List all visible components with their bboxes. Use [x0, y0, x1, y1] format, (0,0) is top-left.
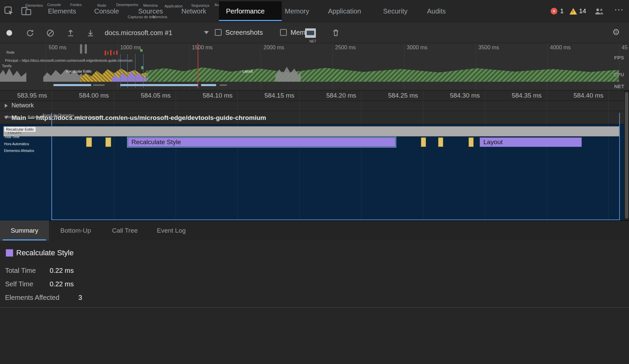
long-task-mark: [110, 50, 111, 55]
ruler-tick: 584.15 ms: [259, 92, 300, 99]
overview-rede-label: Rede: [6, 51, 15, 54]
error-count[interactable]: 1: [560, 7, 564, 15]
tab-elements[interactable]: Elements: [48, 0, 76, 22]
task-bar[interactable]: [3, 126, 619, 136]
network-track-header[interactable]: [0, 101, 629, 111]
tab-memory[interactable]: Memory: [285, 0, 309, 22]
record-button[interactable]: [6, 30, 12, 36]
summary-panel: [0, 241, 629, 307]
overview-window-handle-right[interactable]: [85, 44, 87, 54]
reload-icon[interactable]: [26, 29, 34, 37]
summary-row-label: Elements Affected: [5, 294, 59, 302]
summary-row-value: 0.22 ms: [50, 267, 74, 275]
screenshots-checkbox[interactable]: [215, 29, 222, 36]
ruler-tick: 584.40 ms: [568, 92, 609, 99]
recalculate-style-event-bar[interactable]: Recalculate Style: [128, 137, 396, 147]
tab-console[interactable]: Console: [94, 0, 119, 22]
timeline-overview[interactable]: [0, 43, 629, 90]
overview-red-marker-line: [198, 43, 198, 88]
overview-principal-label: Principal – https://docs.microsoft.com/e…: [5, 59, 132, 62]
event-color-swatch: [6, 249, 13, 257]
people-icon[interactable]: [594, 7, 605, 16]
inspect-element-icon[interactable]: [4, 6, 14, 16]
overview-tick: 4000 ms: [550, 45, 571, 51]
tab-network[interactable]: Network: [181, 0, 206, 22]
summary-row-value: 3: [78, 294, 82, 302]
overview-tick: 1500 ms: [192, 45, 212, 51]
screenshots-label[interactable]: Screenshots: [225, 29, 263, 36]
profile-select-value[interactable]: docs.microsoft.com #1: [105, 29, 172, 37]
ruler-tick: 584.10 ms: [197, 92, 238, 99]
overview-tick: 3500 ms: [478, 45, 499, 51]
tab-application[interactable]: Application: [328, 0, 361, 22]
device-toolbar-icon[interactable]: [21, 7, 32, 16]
overview-green-mark: [140, 49, 143, 52]
clear-icon[interactable]: [46, 29, 55, 37]
tab-sources[interactable]: Sources: [138, 0, 163, 22]
more-options-icon[interactable]: ⋯: [614, 4, 624, 15]
long-task-mark: [105, 51, 106, 55]
tab-pt-application: Application: [165, 4, 183, 8]
summary-row-label: Self Time: [5, 280, 33, 288]
overview-cpu-label: CPU: [613, 72, 624, 77]
flame-selection-right[interactable]: [619, 113, 620, 220]
flame-gridline: [114, 90, 114, 220]
settings-gear-icon[interactable]: ⚙: [612, 27, 620, 37]
network-expand-arrow-icon[interactable]: [5, 104, 8, 108]
flame-gridline: [608, 90, 609, 220]
tab-security[interactable]: Security: [383, 0, 407, 22]
overview-grid: [261, 43, 261, 90]
tab-event-log[interactable]: Event Log: [147, 220, 195, 241]
overview-tick: 2500 ms: [335, 45, 356, 51]
script-event-bar[interactable]: [469, 137, 474, 147]
overview-tick: 45: [622, 45, 628, 51]
long-task-mark: [114, 51, 115, 55]
overlay-elements-affected: Elementos Afetados: [4, 149, 34, 153]
overlay-tab-bottomup: Bottom-Up: [28, 115, 44, 119]
overlay-ui-fragment: [305, 28, 316, 38]
network-track-label[interactable]: Network: [11, 102, 34, 109]
save-profile-icon[interactable]: [86, 29, 95, 37]
overview-selection-line: [135, 54, 135, 88]
tab-call-tree[interactable]: Call Tree: [102, 220, 147, 241]
load-profile-icon[interactable]: [66, 29, 75, 37]
warning-mark-glyph: !: [572, 9, 574, 14]
flame-selection-bottom: [51, 219, 620, 220]
trash-icon[interactable]: [331, 28, 340, 37]
memory-checkbox[interactable]: [280, 29, 287, 36]
overview-selection-line: [143, 54, 144, 88]
profile-dropdown-caret-icon[interactable]: [204, 31, 209, 34]
tab-performance[interactable]: Performance: [226, 0, 265, 22]
network-mini-bar: [120, 84, 198, 86]
overview-net-label: NET: [614, 83, 624, 89]
overlay-tab-eventlog: Log de Eventos: [77, 115, 101, 119]
network-mini-bar: [201, 84, 216, 86]
layout-event-bar[interactable]: Layout: [480, 137, 582, 147]
script-event-bar[interactable]: [421, 137, 426, 147]
overview-tick: 1000 ms: [120, 45, 141, 51]
script-event-bar[interactable]: [105, 137, 111, 147]
flame-gridline: [52, 90, 52, 220]
overlay-net-label: NET: [309, 40, 316, 43]
overview-grid: [404, 43, 404, 90]
error-badge-icon[interactable]: ✕: [551, 8, 557, 15]
script-event-bar[interactable]: [86, 137, 92, 147]
overview-grid: [118, 43, 118, 90]
flame-scrollbar-thumb[interactable]: [625, 92, 628, 219]
summary-row-label: Total Time: [5, 267, 36, 275]
overview-window-handle-left[interactable]: [80, 44, 82, 54]
network-mini-bar: [53, 84, 91, 86]
summary-row-value: 0.22 ms: [50, 280, 74, 288]
overview-grid: [46, 43, 46, 90]
details-empty-area: [0, 308, 629, 364]
tab-pt-desempenho: Desempenho: [116, 3, 138, 7]
summary-title: Recalculate Style: [16, 249, 74, 257]
tab-bottom-up[interactable]: Bottom-Up: [49, 220, 102, 241]
overview-selection-line: [120, 54, 121, 88]
ruler-tick: 584.20 ms: [321, 92, 361, 99]
script-event-bar[interactable]: [438, 137, 443, 147]
tab-audits[interactable]: Audits: [427, 0, 446, 22]
warning-count[interactable]: 14: [579, 7, 586, 15]
tab-summary[interactable]: Summary: [0, 220, 49, 241]
network-mini-bar: [93, 84, 105, 86]
